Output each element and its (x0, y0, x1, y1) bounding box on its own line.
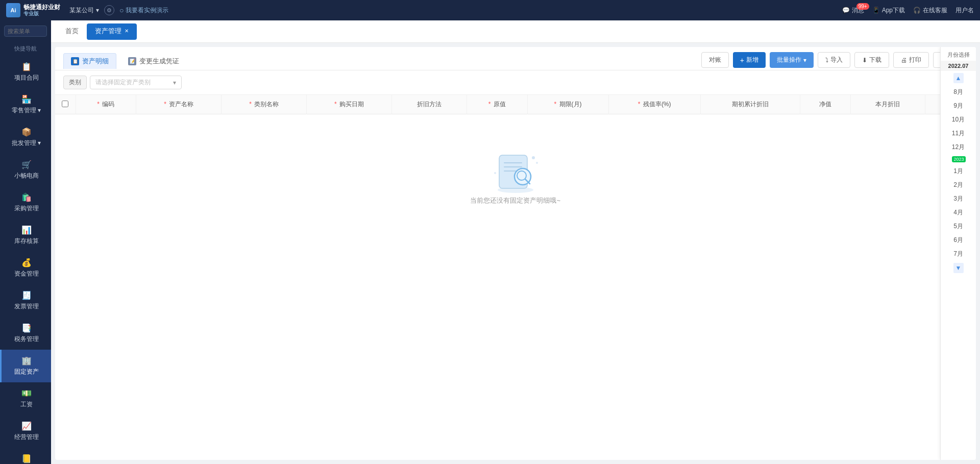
col-period: * 期限(月) (527, 95, 608, 114)
dropdown-icon: ▾ (96, 7, 99, 14)
content-area: 首页 资产管理 ✕ 📋 资产明细 📝 变更生成凭证 (51, 20, 980, 464)
sidebar-item-wholesale[interactable]: 📦 批发管理 ▾ (0, 121, 51, 154)
month-nav-down[interactable]: ▼ (953, 263, 964, 273)
batch-button[interactable]: 批量操作 ▾ (770, 52, 814, 68)
current-year-display: 2022.07 (941, 61, 976, 71)
retail-icon: 🏪 (21, 94, 32, 104)
page-inner: 📋 资产明细 📝 变更生成凭证 对账 + 新增 (55, 47, 976, 460)
sidebar-item-salary[interactable]: 💵 工资 (0, 382, 51, 415)
tab-asset-label: 资产管理 (95, 27, 121, 36)
tab-bar: 首页 资产管理 ✕ (51, 20, 980, 43)
app-name: 畅捷通好业财 (23, 4, 60, 11)
download-label: 下载 (869, 56, 881, 64)
filter-bar: 类别 请选择固定资产类别 ▾ (55, 70, 976, 95)
fixed-assets-icon: 🏢 (21, 356, 32, 365)
month-item-11[interactable]: 11月 (941, 127, 976, 140)
sidebar-item-finance[interactable]: 💰 资金管理 (0, 252, 51, 284)
sub-tab-asset-detail-label: 资产明细 (82, 57, 109, 66)
col-original-value: * 原值 (467, 95, 527, 114)
sub-tab-asset-detail[interactable]: 📋 资产明细 (63, 53, 116, 69)
sidebar-item-ecommerce[interactable]: 🛒 小畅电商 (0, 154, 51, 186)
app-icon: 📱 (872, 7, 880, 14)
month-nav-up[interactable]: ▲ (953, 73, 964, 83)
filter-input[interactable]: 请选择固定资产类别 ▾ (90, 76, 182, 89)
empty-text: 当前您还没有固定资产明细哦~ (470, 196, 560, 205)
sidebar: 快捷导航 📋 项目合同 🏪 零售管理 ▾ 📦 批发管理 ▾ 🛒 小畅电商 🛍️ … (0, 20, 51, 464)
add-button[interactable]: + 新增 (733, 52, 766, 68)
inventory-icon: 📊 (21, 225, 32, 235)
month-item-10[interactable]: 10月 (941, 113, 976, 127)
import-label: 导入 (830, 56, 843, 64)
reconcile-label: 对账 (709, 56, 721, 64)
ecommerce-icon: 🛒 (21, 160, 32, 169)
filter-label[interactable]: 类别 (63, 76, 87, 89)
month-item-3[interactable]: 3月 (941, 192, 976, 206)
sidebar-item-invoice[interactable]: 🧾 发票管理 (0, 284, 51, 317)
company-name: 某某公司 (69, 6, 94, 15)
add-label: 新增 (746, 56, 758, 64)
message-button[interactable]: 💬 消息 99+ (842, 6, 864, 15)
app-download-button[interactable]: 📱 App下载 (872, 6, 905, 15)
month-item-4[interactable]: 4月 (941, 206, 976, 219)
download-button[interactable]: ⬇ 下载 (854, 52, 889, 68)
invoice-icon: 🧾 (21, 290, 32, 300)
sidebar-item-label: 采购管理 (14, 204, 39, 213)
month-item-12[interactable]: 12月 (941, 140, 976, 154)
col-residual-rate: * 残值率(%) (608, 95, 700, 114)
sub-tab-change-label: 变更生成凭证 (139, 57, 179, 66)
tab-home[interactable]: 首页 (57, 21, 87, 42)
demo-link[interactable]: ○ 我要看实例演示 (119, 6, 168, 15)
sidebar-item-quick-nav[interactable]: 快捷导航 (0, 42, 51, 56)
month-item-2[interactable]: 2月 (941, 178, 976, 192)
app-logo: Ai 畅捷通好业财 专业版 (6, 3, 60, 17)
sidebar-item-ledger[interactable]: 📒 总账管理 (0, 448, 51, 464)
filter-dropdown-icon: ▾ (173, 79, 176, 86)
sidebar-item-operations[interactable]: 📈 经营管理 (0, 415, 51, 448)
sidebar-item-label: 批发管理 ▾ (12, 139, 41, 148)
ledger-icon: 📒 (21, 454, 32, 463)
month-item-9[interactable]: 9月 (941, 99, 976, 113)
logo-icon: Ai (6, 3, 20, 17)
sidebar-item-label: 经营管理 (14, 433, 39, 442)
month-item-6[interactable]: 6月 (941, 233, 976, 247)
month-item-8[interactable]: 8月 (941, 85, 976, 99)
sidebar-item-project[interactable]: 📋 项目合同 (0, 56, 51, 88)
sidebar-item-inventory[interactable]: 📊 库存核算 (0, 219, 51, 252)
sub-tab-change-voucher[interactable]: 📝 变更生成凭证 (120, 53, 187, 69)
company-selector[interactable]: 某某公司 ▾ (69, 6, 99, 15)
filter-select: 类别 请选择固定资产类别 ▾ (63, 76, 182, 89)
search-input[interactable] (4, 26, 47, 37)
svg-point-11 (494, 172, 496, 174)
select-all-checkbox[interactable] (62, 101, 68, 107)
batch-arrow-icon: ▾ (803, 57, 806, 64)
col-code: * 编码 (76, 95, 136, 114)
col-depreciation-method: 折旧方法 (392, 95, 467, 114)
filter-placeholder: 请选择固定资产类别 (95, 78, 151, 87)
month-item-1[interactable]: 1月 (941, 164, 976, 178)
online-service-button[interactable]: 🎧 在线客服 (913, 6, 947, 15)
tab-asset-management[interactable]: 资产管理 ✕ (87, 23, 137, 40)
month-item-7[interactable]: 7月 (941, 247, 976, 261)
sidebar-item-purchase[interactable]: 🛍️ 采购管理 (0, 186, 51, 219)
tab-close-icon[interactable]: ✕ (125, 28, 129, 34)
online-service-label: 在线客服 (923, 6, 947, 15)
reconcile-button[interactable]: 对账 (701, 52, 729, 68)
settings-button[interactable]: ⚙ (104, 5, 114, 15)
service-icon: 🎧 (913, 7, 921, 14)
month-item-5[interactable]: 5月 (941, 219, 976, 233)
sidebar-item-retail[interactable]: 🏪 零售管理 ▾ (0, 88, 51, 121)
asset-detail-icon: 📋 (71, 57, 79, 65)
print-button[interactable]: 🖨 打印 (893, 52, 929, 68)
sidebar-item-label: 资金管理 (14, 270, 39, 278)
print-label: 打印 (909, 56, 921, 64)
sidebar-item-label: 小畅电商 (14, 172, 39, 180)
year-2023-badge: 2023 (952, 156, 965, 162)
message-icon: 💬 (842, 7, 850, 14)
col-monthly-depreciation: 本月折旧 (850, 95, 925, 114)
tax-icon: 📑 (21, 323, 32, 333)
sidebar-item-tax[interactable]: 📑 税务管理 (0, 317, 51, 350)
user-avatar[interactable]: 用户名 (955, 6, 974, 15)
sidebar-item-fixed-assets[interactable]: 🏢 固定资产 (0, 350, 51, 382)
sidebar-item-label: 固定资产 (14, 368, 39, 376)
import-button[interactable]: ⤵ 导入 (818, 52, 850, 68)
